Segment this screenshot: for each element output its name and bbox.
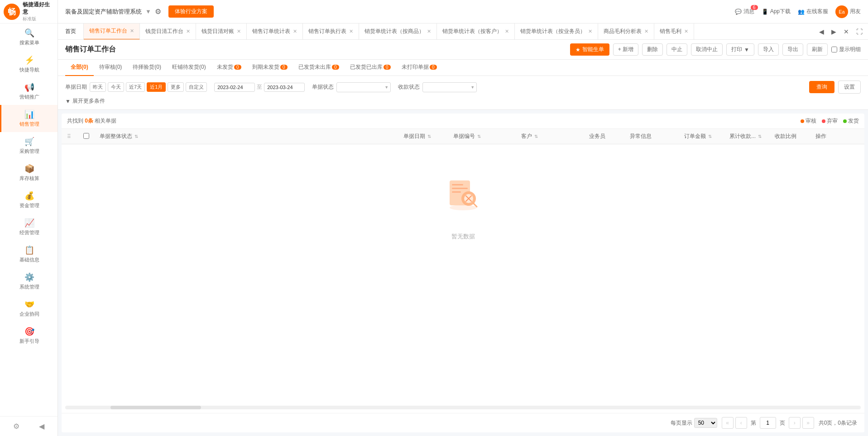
- tab-close-all-btn[interactable]: ✕: [842, 27, 851, 36]
- date-today-btn[interactable]: 今天: [108, 82, 124, 92]
- expand-btn[interactable]: ▼ 展开更多条件: [65, 97, 105, 105]
- sort-icon[interactable]: ⇅: [477, 134, 481, 139]
- tab-close-icon[interactable]: ✕: [293, 28, 297, 34]
- user-menu-btn[interactable]: Ea 用友: [835, 5, 861, 18]
- sidebar-item-inventory[interactable]: 📦 库存核算: [0, 159, 58, 186]
- date-from-input[interactable]: [214, 83, 255, 92]
- online-service-btn[interactable]: 👥 在线客服: [798, 8, 828, 15]
- sort-icon[interactable]: ⇅: [134, 134, 138, 139]
- date-custom-btn[interactable]: 自定义: [186, 82, 207, 92]
- delete-btn[interactable]: 删除: [642, 43, 663, 56]
- tab-fullscreen-btn[interactable]: ⛶: [854, 27, 864, 36]
- filter-tab-pending-check[interactable]: 待择验货(0): [127, 60, 167, 76]
- tab-close-icon[interactable]: ✕: [186, 28, 190, 34]
- tab-close-icon[interactable]: ✕: [349, 28, 353, 34]
- smart-gen-btn[interactable]: ★ 智能生单: [570, 43, 609, 56]
- filter-tab-wangpu[interactable]: 旺铺待发货(0): [167, 60, 211, 76]
- sidebar-item-quicknav[interactable]: ⚡ 快捷导航: [0, 51, 58, 78]
- sidebar-item-sales[interactable]: 📊 销售管理: [0, 105, 58, 132]
- tab-next-btn[interactable]: ▶: [830, 27, 838, 36]
- filter-tab-shipped-out[interactable]: 已发货已出库 0: [345, 60, 396, 76]
- page-input[interactable]: [760, 417, 776, 429]
- filter-tab-overdue[interactable]: 到期未发货 0: [247, 60, 293, 76]
- tab-sales-by-staff[interactable]: 销货单统计表（按业务员） ✕: [515, 24, 598, 40]
- app-download-btn[interactable]: 📱 App下载: [762, 8, 791, 15]
- last-page-btn[interactable]: »: [802, 417, 814, 429]
- tab-sales-by-product[interactable]: 销货单统计表（按商品） ✕: [359, 24, 437, 40]
- sidebar-item-purchase[interactable]: 🛒 采购管理: [0, 132, 58, 159]
- sidebar-item-finance[interactable]: 💰 资金管理: [0, 186, 58, 213]
- tab-home[interactable]: 首页: [58, 24, 84, 40]
- sidebar-item-operations[interactable]: 📈 经营管理: [0, 213, 58, 241]
- select-all-checkbox[interactable]: [83, 133, 89, 139]
- sort-icon[interactable]: ⇅: [758, 134, 762, 139]
- filter-tab-pending-audit[interactable]: 待审核(0): [94, 60, 128, 76]
- tab-close-icon[interactable]: ✕: [130, 28, 134, 34]
- stop-btn[interactable]: 中止: [667, 43, 687, 56]
- sort-icon[interactable]: ⇅: [708, 134, 712, 139]
- tab-close-icon[interactable]: ✕: [684, 28, 688, 34]
- import-btn[interactable]: 导入: [758, 43, 779, 56]
- tab-sales-gross[interactable]: 销售毛利 ✕: [654, 24, 694, 40]
- abandon-action-btn[interactable]: 弃审: [822, 117, 838, 125]
- status-select[interactable]: [336, 82, 391, 92]
- tab-sales-by-customer[interactable]: 销货单统计表（按客户） ✕: [437, 24, 515, 40]
- sidebar-item-search[interactable]: 🔍 搜索菜单: [0, 24, 58, 51]
- export-btn[interactable]: 导出: [782, 43, 803, 56]
- sidebar-settings-btn[interactable]: ⚙: [11, 420, 21, 432]
- filter-tab-unshipped[interactable]: 未发货 0: [211, 60, 247, 76]
- tab-close-icon[interactable]: ✕: [588, 28, 592, 34]
- sidebar-item-system[interactable]: ⚙️ 系统管理: [0, 268, 58, 295]
- next-page-btn[interactable]: ›: [789, 417, 801, 429]
- sidebar-item-basic[interactable]: 📋 基础信息: [0, 241, 58, 268]
- tab-close-icon[interactable]: ✕: [505, 28, 509, 34]
- sidebar-item-newbie[interactable]: 🎯 新手引导: [0, 322, 58, 349]
- show-detail-checkbox[interactable]: [831, 47, 837, 52]
- page-size-label: 每页显示: [671, 419, 692, 427]
- sidebar-item-marketing[interactable]: 📢 营销推广: [0, 78, 58, 105]
- filter-tab-label: 已发货已出库: [350, 63, 383, 71]
- horizontal-scrollbar[interactable]: [65, 406, 861, 409]
- sort-icon[interactable]: ⇅: [427, 134, 431, 139]
- gear-icon[interactable]: ⚙: [155, 7, 161, 16]
- tab-gross-margin[interactable]: 商品毛利分析表 ✕: [598, 24, 654, 40]
- tab-daily-clear[interactable]: 钱货日清工作台 ✕: [140, 24, 196, 40]
- status-label: 单据状态: [312, 83, 334, 91]
- industry-btn[interactable]: 体验行业方案: [168, 5, 214, 18]
- ship-action-btn[interactable]: 发货: [843, 117, 859, 125]
- filter-tab-shipped-not-out[interactable]: 已发货未出库 0: [293, 60, 345, 76]
- tab-sales-exec[interactable]: 销售订单执行表 ✕: [303, 24, 359, 40]
- tab-sales-workbench[interactable]: 销售订单工作台 ✕: [84, 24, 140, 40]
- filter-tab-unprinted[interactable]: 未打印单据 0: [396, 60, 442, 76]
- tab-prev-btn[interactable]: ◀: [817, 27, 826, 36]
- print-btn[interactable]: 打印 ▼: [726, 43, 754, 56]
- date-7days-btn[interactable]: 近7天: [126, 82, 145, 92]
- setting-btn[interactable]: 设置: [838, 81, 861, 94]
- tab-sales-stats[interactable]: 销售订单统计表 ✕: [247, 24, 303, 40]
- system-dropdown-btn[interactable]: ▼: [145, 8, 151, 15]
- scrollbar-thumb[interactable]: [110, 406, 201, 409]
- tab-daily-account[interactable]: 钱货日清对账 ✕: [196, 24, 247, 40]
- show-detail-checkbox-area[interactable]: 显示明细: [831, 46, 861, 53]
- tab-close-icon[interactable]: ✕: [644, 28, 648, 34]
- sort-icon[interactable]: ⇅: [534, 134, 538, 139]
- date-yesterday-btn[interactable]: 昨天: [90, 82, 106, 92]
- add-btn[interactable]: + 新增: [613, 43, 638, 56]
- sidebar-item-collab[interactable]: 🤝 企业协同: [0, 295, 58, 322]
- query-btn[interactable]: 查询: [809, 81, 834, 93]
- audit-action-btn[interactable]: 审核: [801, 117, 816, 125]
- cancel-stop-btn[interactable]: 取消中止: [691, 43, 723, 56]
- filter-tab-all[interactable]: 全部(0): [65, 60, 94, 76]
- payment-select[interactable]: [422, 82, 477, 92]
- prev-page-btn[interactable]: ‹: [735, 417, 747, 429]
- date-1month-btn[interactable]: 近1月: [147, 82, 166, 92]
- date-to-input[interactable]: [264, 83, 305, 92]
- sidebar-collapse-btn[interactable]: ◀: [37, 420, 46, 432]
- page-size-select[interactable]: 10 20 50 100: [694, 418, 717, 428]
- refresh-btn[interactable]: 刷新: [807, 43, 828, 56]
- first-page-btn[interactable]: «: [722, 417, 734, 429]
- tab-close-icon[interactable]: ✕: [427, 28, 431, 34]
- date-more-btn[interactable]: 更多: [168, 82, 184, 92]
- tab-close-icon[interactable]: ✕: [237, 28, 241, 34]
- message-btn[interactable]: 💬 消息 6: [735, 8, 754, 15]
